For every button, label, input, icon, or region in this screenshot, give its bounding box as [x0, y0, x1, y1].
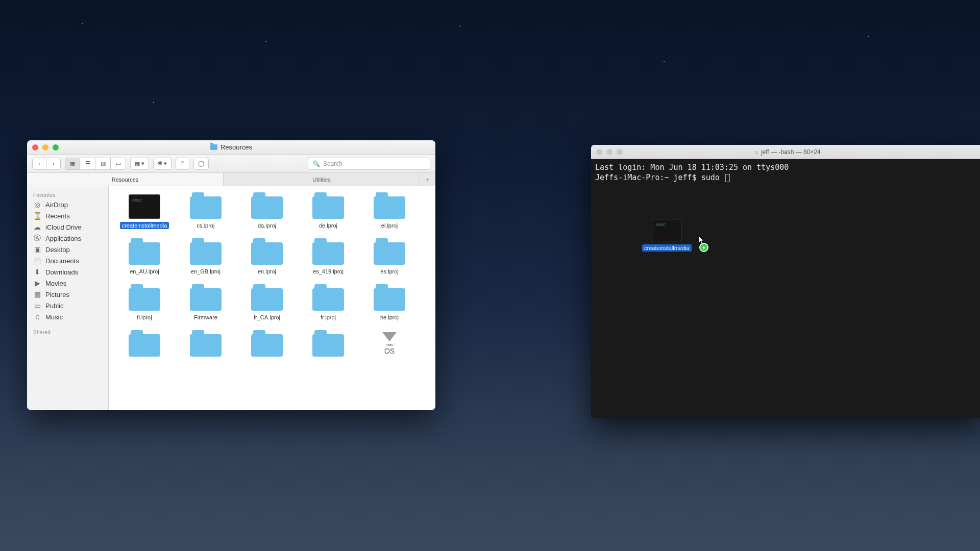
file-label: es.lproj — [378, 268, 400, 275]
gallery-view-button[interactable]: ▭ — [111, 158, 126, 170]
finder-sidebar: Favorites ◎AirDrop ⌛Recents ☁iCloud Driv… — [27, 186, 109, 410]
applications-icon: Ⓐ — [33, 234, 41, 242]
sidebar-item-label: Music — [45, 313, 63, 321]
view-mode-group: ▦ ☰ ▥ ▭ — [65, 158, 126, 170]
file-label: createinstallmedia — [120, 222, 169, 229]
terminal-command: sudo — [701, 173, 724, 182]
folder-icon — [251, 196, 283, 219]
terminal-titlebar[interactable]: ⌂ jeff — -bash — 80×24 — [591, 145, 980, 159]
folder-icon — [312, 242, 344, 265]
file-label: de.lproj — [317, 222, 339, 229]
pictures-icon: ▦ — [33, 290, 41, 298]
recents-icon: ⌛ — [33, 212, 41, 220]
airdrop-icon: ◎ — [33, 201, 41, 209]
folder-icon — [251, 334, 283, 357]
sidebar-item-documents[interactable]: ▤Documents — [27, 255, 108, 266]
file-label: en_GB.lproj — [189, 268, 223, 275]
new-tab-button[interactable]: + — [420, 173, 435, 186]
macos-installer-icon: macOS — [374, 330, 405, 357]
file-item[interactable]: de.lproj — [298, 192, 359, 229]
file-item[interactable] — [236, 330, 298, 357]
file-item[interactable]: da.lproj — [236, 192, 298, 229]
terminal-title: ⌂ jeff — -bash — 80×24 — [754, 148, 821, 156]
file-label: cs.lproj — [195, 222, 217, 229]
share-button[interactable]: ⇧ — [176, 158, 189, 170]
sidebar-item-icloud[interactable]: ☁iCloud Drive — [27, 221, 108, 233]
sidebar-item-desktop[interactable]: ▣Desktop — [27, 244, 108, 255]
finder-titlebar[interactable]: Resources — [27, 140, 435, 155]
search-input[interactable]: 🔍 Search — [308, 158, 430, 170]
file-item[interactable] — [175, 330, 236, 357]
close-button[interactable] — [32, 144, 38, 151]
file-item[interactable]: cs.lproj — [175, 192, 236, 229]
file-label: en_AU.lproj — [128, 268, 161, 275]
file-label: fi.lproj — [135, 314, 154, 321]
close-button[interactable] — [596, 149, 602, 155]
icon-view-button[interactable]: ▦ — [65, 158, 80, 170]
file-item[interactable]: fr_CA.lproj — [236, 284, 298, 321]
home-icon: ⌂ — [754, 149, 758, 155]
sidebar-item-label: AirDrop — [45, 201, 68, 209]
file-item[interactable]: en_GB.lproj — [175, 238, 236, 275]
sidebar-item-pictures[interactable]: ▦Pictures — [27, 289, 108, 300]
sidebar-item-label: Desktop — [45, 246, 70, 254]
file-item-createinstallmedia[interactable]: createinstallmedia — [114, 192, 175, 229]
file-label: he.lproj — [378, 314, 401, 321]
finder-window: Resources ‹ › ▦ ☰ ▥ ▭ ▦ ▾ ✱ ▾ ⇧ ◯ 🔍 Sear… — [27, 140, 435, 410]
title-text: Resources — [220, 143, 252, 151]
sidebar-item-movies[interactable]: ▶Movies — [27, 278, 108, 289]
cloud-icon: ☁ — [33, 223, 41, 231]
tags-button[interactable]: ◯ — [193, 158, 209, 170]
forward-button[interactable]: › — [46, 158, 61, 170]
sidebar-item-downloads[interactable]: ⬇Downloads — [27, 266, 108, 278]
maximize-button[interactable] — [53, 144, 59, 151]
file-item[interactable]: Firmware — [175, 284, 236, 321]
folder-icon — [312, 334, 344, 357]
folder-icon — [312, 288, 344, 311]
file-item[interactable]: en.lproj — [236, 238, 298, 275]
tab-utilities[interactable]: Utilities — [224, 173, 420, 186]
sidebar-item-music[interactable]: ♫Music — [27, 311, 108, 322]
sidebar-item-public[interactable]: ▭Public — [27, 300, 108, 311]
column-view-button[interactable]: ▥ — [95, 158, 111, 170]
arrange-button[interactable]: ▦ ▾ — [130, 158, 149, 170]
sidebar-shared-header: Shared — [27, 328, 108, 336]
file-item-macos[interactable]: macOS — [359, 330, 420, 357]
sidebar-item-applications[interactable]: ⒶApplications — [27, 233, 108, 244]
file-item[interactable] — [298, 330, 359, 357]
back-button[interactable]: ‹ — [32, 158, 46, 170]
list-view-button[interactable]: ☰ — [80, 158, 95, 170]
terminal-title-text: jeff — -bash — 80×24 — [761, 148, 821, 156]
action-button[interactable]: ✱ ▾ — [153, 158, 172, 170]
file-item[interactable]: el.lproj — [359, 192, 420, 229]
sidebar-item-label: Recents — [45, 212, 70, 220]
file-label: en.lproj — [256, 268, 278, 275]
sidebar-item-airdrop[interactable]: ◎AirDrop — [27, 199, 108, 210]
file-label: el.lproj — [379, 222, 400, 229]
minimize-button[interactable] — [606, 149, 612, 155]
file-item[interactable]: he.lproj — [359, 284, 420, 321]
file-grid[interactable]: createinstallmedia cs.lproj da.lproj de.… — [109, 186, 435, 410]
downloads-icon: ⬇ — [33, 268, 41, 276]
file-item[interactable]: es.lproj — [359, 238, 420, 275]
sidebar-item-recents[interactable]: ⌛Recents — [27, 210, 108, 221]
drag-file-label: createinstallmedia — [642, 244, 692, 252]
maximize-button[interactable] — [617, 149, 623, 155]
file-item[interactable]: fi.lproj — [114, 284, 175, 321]
terminal-body[interactable]: Last login: Mon Jun 18 11:03:25 on ttys0… — [591, 159, 980, 418]
minimize-button[interactable] — [42, 144, 48, 151]
folder-icon — [374, 196, 405, 219]
sidebar-item-label: Movies — [45, 280, 66, 287]
folder-icon — [374, 242, 405, 265]
file-item[interactable] — [114, 330, 175, 357]
sidebar-item-label: Downloads — [45, 268, 78, 276]
file-item[interactable]: en_AU.lproj — [114, 238, 175, 275]
terminal-window: ⌂ jeff — -bash — 80×24 Last login: Mon J… — [591, 145, 980, 418]
terminal-line: Last login: Mon Jun 18 11:03:25 on ttys0… — [595, 162, 980, 172]
window-controls — [596, 149, 623, 155]
file-item[interactable]: fr.lproj — [298, 284, 359, 321]
nav-buttons: ‹ › — [32, 158, 61, 170]
tab-resources[interactable]: Resources — [27, 173, 224, 186]
search-placeholder: Search — [323, 160, 342, 167]
file-item[interactable]: es_419.lproj — [298, 238, 359, 275]
